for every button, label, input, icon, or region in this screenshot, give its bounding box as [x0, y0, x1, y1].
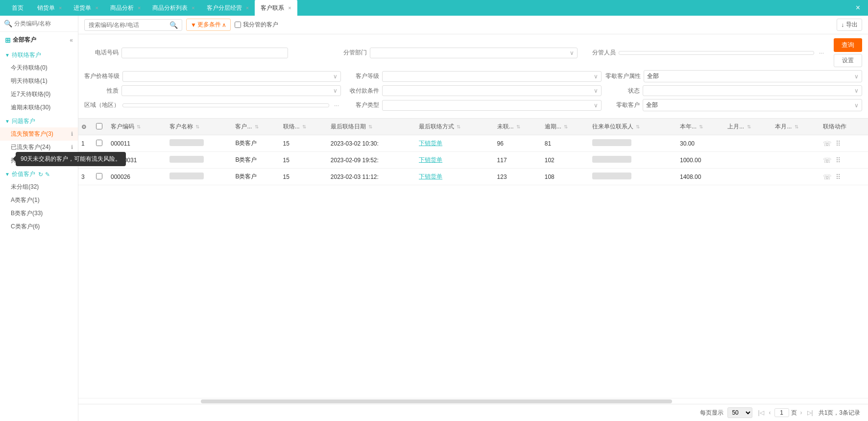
sidebar-group-pending[interactable]: ▼ 待联络客户: [0, 48, 78, 61]
th-this-month[interactable]: 本月... ⇅: [772, 119, 820, 135]
grade-select[interactable]: ∨: [382, 71, 602, 82]
value-edit-icon[interactable]: ✎: [45, 171, 50, 178]
row-no-contact: 96: [494, 135, 542, 152]
th-last-date[interactable]: 最后联络日期 ⇅: [328, 119, 416, 135]
my-customers-checkbox-label[interactable]: 我分管的客户: [235, 21, 278, 29]
row-no-contact: 117: [494, 152, 542, 169]
tab-goods-list[interactable]: 商品分析列表 ×: [146, 0, 200, 16]
phone-input[interactable]: [121, 48, 288, 58]
search-input[interactable]: [89, 22, 168, 28]
th-no-contact[interactable]: 未联... ⇅: [494, 119, 542, 135]
sidebar-item-today[interactable]: 今天待联络(0): [0, 61, 78, 74]
value-refresh-icon[interactable]: ↻: [38, 171, 43, 178]
tab-customer-layer-close[interactable]: ×: [246, 0, 249, 16]
row-checkbox[interactable]: [93, 135, 108, 152]
sidebar-item-grade-c[interactable]: C类客户(6): [0, 220, 78, 233]
sidebar-item-grade-a[interactable]: A类客户(1): [0, 194, 78, 207]
my-customers-checkbox[interactable]: [235, 22, 241, 28]
th-contact-person[interactable]: 往来单位联系人 ⇅: [589, 119, 677, 135]
row-checkbox[interactable]: [93, 169, 108, 185]
person-select[interactable]: [619, 51, 814, 55]
sidebar-item-churn-warning[interactable]: 流失预警客户(3) ℹ: [0, 127, 78, 141]
nature-select[interactable]: ∨: [121, 85, 341, 96]
7days-label: 近7天待联络(0): [11, 90, 50, 99]
filter-panel: 电话号码 分管部门 ∨ 分管人员 ··· 查询: [78, 34, 868, 119]
payment-select[interactable]: ∨: [382, 85, 602, 96]
query-button[interactable]: 查询: [834, 38, 862, 52]
settings-icon[interactable]: ⚙: [81, 124, 87, 130]
sidebar-item-7days[interactable]: 近7天待联络(0): [0, 88, 78, 101]
tab-goods-list-close[interactable]: ×: [192, 0, 194, 16]
next-page-button[interactable]: ›: [799, 409, 804, 416]
contact-sort-icon: ⇅: [302, 124, 306, 129]
tab-goods-analysis[interactable]: 商品分析 ×: [104, 0, 146, 16]
zerocust-label: 零歇客户: [605, 101, 640, 109]
overdue-label: 逾期未联络(30): [11, 103, 50, 112]
tab-customer-contact-close[interactable]: ×: [288, 0, 291, 16]
per-page-select[interactable]: 50 100 200: [727, 407, 752, 418]
row-last-method[interactable]: 下销货单: [416, 152, 494, 169]
dept-select[interactable]: ∨: [370, 48, 577, 58]
pricgrade-select[interactable]: ∨: [122, 71, 341, 82]
more-conditions-button[interactable]: ▼ 更多条件 ∧: [186, 19, 231, 31]
tab-purchase[interactable]: 进货单 ×: [68, 0, 104, 16]
th-last-method[interactable]: 最后联络方式 ⇅: [416, 119, 494, 135]
more-action-icon[interactable]: ⠿: [836, 173, 841, 181]
sidebar-search-input[interactable]: [14, 20, 78, 27]
row-index: 3: [78, 169, 93, 185]
th-this-year[interactable]: 本年... ⇅: [677, 119, 724, 135]
filter-row-1: 电话号码 分管部门 ∨ 分管人员 ··· 查询: [84, 38, 862, 67]
sidebar-group-problem[interactable]: ▼ 问题客户: [0, 114, 78, 127]
region-more[interactable]: ···: [332, 102, 341, 109]
sidebar-item-ungraded[interactable]: 未分组(32): [0, 180, 78, 194]
export-button[interactable]: ↓ 导出: [837, 19, 862, 31]
sidebar-item-grade-b[interactable]: B类客户(33): [0, 207, 78, 220]
first-page-button[interactable]: |◁: [756, 409, 765, 416]
th-overdue[interactable]: 逾期... ⇅: [542, 119, 589, 135]
close-all-button[interactable]: ×: [852, 3, 864, 12]
contact-action-icon[interactable]: ☏: [823, 156, 832, 164]
row-last-method[interactable]: 下销货单: [416, 135, 494, 152]
th-settings[interactable]: ⚙: [78, 119, 93, 135]
th-name[interactable]: 客户名称 ⇅: [167, 119, 232, 135]
zerocust-select[interactable]: 全部 ∨: [643, 99, 862, 111]
person-more[interactable]: ···: [817, 50, 826, 56]
sidebar-group-value[interactable]: ▼ 价值客户 ↻ ✎: [0, 167, 78, 180]
more-action-icon[interactable]: ⠿: [836, 156, 841, 164]
prev-page-button[interactable]: ‹: [768, 409, 772, 416]
th-checkbox[interactable]: [93, 119, 108, 135]
sidebar-item-overdue[interactable]: 逾期未联络(30): [0, 101, 78, 114]
tab-home[interactable]: 首页: [4, 0, 31, 16]
row-this-year: 30.00: [677, 135, 724, 152]
current-page-input[interactable]: 1: [774, 408, 789, 417]
last-page-button[interactable]: ▷|: [806, 409, 815, 416]
th-code[interactable]: 客户编码 ⇅: [108, 119, 167, 135]
value-group-label: 价值客户: [12, 170, 35, 178]
row-type: B类客户: [232, 152, 280, 169]
th-last-month[interactable]: 上月... ⇅: [724, 119, 772, 135]
tab-sales[interactable]: 销货单 ×: [31, 0, 68, 16]
tab-goods-analysis-close[interactable]: ×: [138, 0, 141, 16]
custtype-select[interactable]: ∨: [382, 100, 602, 111]
zeroattr-select[interactable]: 全部 ∨: [644, 70, 862, 82]
contact-action-icon[interactable]: ☏: [823, 140, 832, 148]
row-last-method[interactable]: 下销货单: [416, 169, 494, 185]
customers-table: ⚙ 客户编码 ⇅ 客户名称 ⇅ 客户... ⇅ 联络... ⇅ 最后联络日期 ⇅…: [78, 119, 868, 185]
tab-purchase-close[interactable]: ×: [95, 0, 98, 16]
th-contact[interactable]: 联络... ⇅: [280, 119, 328, 135]
tab-sales-close[interactable]: ×: [59, 0, 62, 16]
horizontal-scrollbar[interactable]: [78, 398, 868, 404]
sidebar-all-customers[interactable]: ⊞ 全部客户 «: [0, 32, 78, 48]
th-type[interactable]: 客户... ⇅: [232, 119, 280, 135]
region-select[interactable]: [122, 103, 329, 107]
settings-button[interactable]: 设置: [834, 54, 862, 67]
row-last-month: [724, 169, 772, 185]
sidebar-item-tomorrow[interactable]: 明天待联络(1): [0, 74, 78, 88]
search-button[interactable]: 🔍: [169, 21, 178, 29]
status-select[interactable]: ∨: [643, 85, 862, 96]
more-action-icon[interactable]: ⠿: [836, 140, 841, 148]
tab-customer-contact[interactable]: 客户联系 ×: [255, 0, 297, 16]
tab-customer-layer[interactable]: 客户分层经营 ×: [201, 0, 255, 16]
contact-action-icon[interactable]: ☏: [823, 173, 832, 181]
select-all-checkbox[interactable]: [96, 123, 102, 129]
